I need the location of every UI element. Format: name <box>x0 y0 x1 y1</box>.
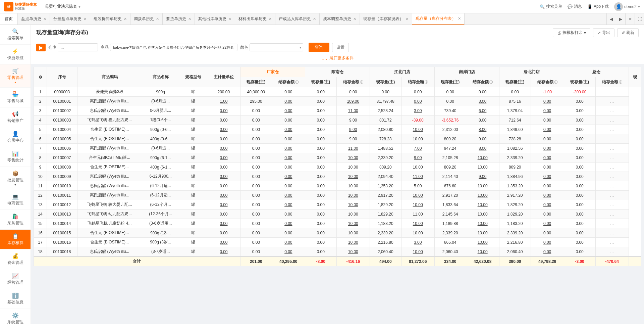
table-cell[interactable]: 0.00 <box>531 172 564 181</box>
messages-btn[interactable]: 💬 消息 <box>568 4 582 9</box>
table-cell[interactable]: 9.00 <box>401 153 434 163</box>
table-cell[interactable]: 10.00 <box>466 153 499 163</box>
table-cell[interactable]: 0.00 <box>531 200 564 210</box>
table-cell[interactable]: 0.00 <box>207 200 240 210</box>
sidebar-item-members[interactable]: 👤 会员中心 <box>0 127 31 147</box>
table-cell[interactable]: 0.00 <box>207 172 240 181</box>
sidebar-item-operations[interactable]: 📈 经营管理 <box>0 269 31 289</box>
tab-close-icon[interactable]: ✕ <box>313 17 316 21</box>
tab-cbtzd[interactable]: 成本调整单历史 ✕ <box>320 13 360 25</box>
sidebar-item-ecommerce[interactable]: 💻 电商管理 <box>0 190 31 210</box>
table-cell[interactable]: 0.00 <box>401 87 434 97</box>
table-cell[interactable]: 1.00 <box>207 97 240 106</box>
sidebar-item-wholesale[interactable]: 📦 批发管理 ▼ <box>0 167 31 190</box>
table-cell[interactable]: 0.00 <box>207 228 240 238</box>
table-cell[interactable]: 10.00 <box>336 181 370 191</box>
tab-xcl-kczk[interactable]: 现存量（库存状况表） ✕ <box>360 13 412 25</box>
table-cell[interactable]: 0.00 <box>272 106 305 115</box>
table-cell[interactable]: 10.00 <box>336 200 370 210</box>
table-cell[interactable]: 10.00 <box>401 247 434 257</box>
table-cell[interactable]: 0.00 <box>207 106 240 115</box>
table-cell[interactable]: 9.00 <box>336 115 370 125</box>
table-cell[interactable]: 0.00 <box>531 163 564 172</box>
table-cell[interactable]: 0.00 <box>272 228 305 238</box>
table-cell[interactable]: 0.00 <box>207 191 240 200</box>
table-cell[interactable]: 0.00 <box>272 163 305 172</box>
tab-close-icon[interactable]: ✕ <box>353 17 356 21</box>
table-cell[interactable]: 10.00 <box>401 219 434 228</box>
sidebar-item-marketing[interactable]: 📢 营销推广 <box>0 107 31 127</box>
sidebar-item-finance[interactable]: 💰 资金管理 <box>0 249 31 269</box>
table-cell[interactable]: 10.00 <box>466 247 499 257</box>
table-cell[interactable]: 0.00 <box>207 247 240 257</box>
tab-close-all-btn[interactable]: ✕ <box>625 13 635 25</box>
table-cell[interactable]: 0.00 <box>531 115 564 125</box>
refresh-btn[interactable]: ↺ 刷新 <box>617 28 639 37</box>
table-cell[interactable]: 0.00 <box>531 153 564 163</box>
tab-next-btn[interactable]: ▶ <box>616 13 625 25</box>
table-cell[interactable]: 0.00 <box>531 134 564 144</box>
table-cell[interactable]: 0.00 <box>272 200 305 210</box>
table-cell[interactable]: 10.00 <box>466 210 499 219</box>
sidebar-item-system[interactable]: ⚙️ 系统管理 <box>0 309 31 324</box>
tab-close-icon[interactable]: ✕ <box>228 17 231 21</box>
table-cell[interactable]: 0.00 <box>272 134 305 144</box>
table-cell[interactable]: 0.00 <box>207 238 240 247</box>
table-cell[interactable]: 0.00 <box>272 219 305 228</box>
table-cell[interactable]: 10.00 <box>401 163 434 172</box>
table-cell[interactable]: 7.00 <box>401 144 434 153</box>
table-cell[interactable]: 109.00 <box>336 97 370 106</box>
warehouse-input[interactable] <box>58 43 98 51</box>
table-cell[interactable]: 10.00 <box>336 238 370 247</box>
table-cell[interactable]: 0.00 <box>207 115 240 125</box>
setting-button[interactable]: 设置 <box>332 43 349 52</box>
tab-home[interactable]: 首页 <box>0 13 18 25</box>
sidebar-item-retail-mgmt[interactable]: 🛒 零售管理 ▲ <box>0 64 31 88</box>
table-cell[interactable]: 10.00 <box>401 134 434 144</box>
table-cell[interactable]: 8.00 <box>466 125 499 134</box>
table-cell[interactable]: 200.00 <box>207 87 240 97</box>
table-cell[interactable]: 10.00 <box>401 125 434 134</box>
tab-zzcc[interactable]: 组装拆卸单历史 ✕ <box>90 13 130 25</box>
table-cell[interactable]: 10.00 <box>466 181 499 191</box>
table-cell[interactable]: 0.00 <box>272 181 305 191</box>
tab-close-icon[interactable]: ✕ <box>269 17 272 21</box>
table-cell[interactable]: 0.00 <box>207 181 240 191</box>
table-cell[interactable]: 0.00 <box>531 144 564 153</box>
table-cell[interactable]: 8.00 <box>466 115 499 125</box>
tab-flpddl[interactable]: 分量盘点单历史 ✕ <box>50 13 90 25</box>
table-cell[interactable]: 0.00 <box>531 210 564 219</box>
table-cell[interactable]: 0.00 <box>272 87 305 97</box>
table-cell[interactable]: 0.00 <box>207 125 240 134</box>
table-cell[interactable]: 0.00 <box>272 238 305 247</box>
export-btn[interactable]: ↗ 导出 <box>593 28 614 37</box>
table-cell[interactable]: 0.00 <box>272 97 305 106</box>
table-cell[interactable]: 9.00 <box>466 134 499 144</box>
table-cell[interactable]: 3.00 <box>401 238 434 247</box>
table-cell[interactable]: 11.00 <box>401 172 434 181</box>
table-cell[interactable]: 0.00 <box>207 153 240 163</box>
info-icon[interactable]: ⓘ <box>425 80 428 84</box>
tab-close-icon[interactable]: ✕ <box>124 17 127 21</box>
table-cell[interactable]: 10.00 <box>336 228 370 238</box>
tab-close-icon[interactable]: ✕ <box>188 17 191 21</box>
table-cell[interactable]: 9.00 <box>336 125 370 134</box>
tab-close-icon[interactable]: ✕ <box>406 17 409 21</box>
tab-prev-btn[interactable]: ◀ <box>606 13 616 25</box>
table-cell[interactable]: 0.00 <box>531 247 564 257</box>
tab-close-icon[interactable]: ✕ <box>156 17 159 21</box>
table-cell[interactable]: 0.00 <box>272 153 305 163</box>
table-cell[interactable]: 0.00 <box>272 191 305 200</box>
info-icon[interactable]: ⓘ <box>554 80 557 84</box>
tab-close-icon[interactable]: ✕ <box>43 17 46 21</box>
table-cell[interactable]: 0.00 <box>272 210 305 219</box>
table-cell[interactable]: 0.00 <box>207 134 240 144</box>
table-cell[interactable]: 0.00 <box>272 144 305 153</box>
table-cell[interactable]: -39.00 <box>401 115 434 125</box>
table-cell[interactable]: 10.00 <box>336 219 370 228</box>
table-cell[interactable]: 10.00 <box>336 210 370 219</box>
table-cell[interactable]: 0.00 <box>272 172 305 181</box>
sidebar-item-nav[interactable]: ⚡ 快捷导航 <box>0 45 31 64</box>
expand-more-btn[interactable]: ⌄⌄ 展开更多条件 <box>36 54 639 64</box>
table-cell[interactable]: 0.00 <box>336 87 370 97</box>
